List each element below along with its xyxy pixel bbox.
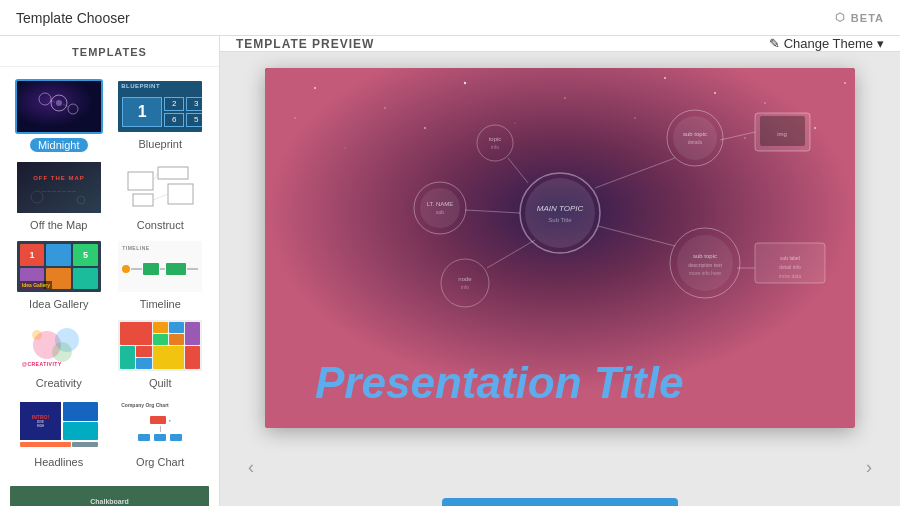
svg-point-37 <box>294 117 296 119</box>
svg-point-30 <box>664 77 666 79</box>
svg-text:sub: sub <box>436 209 444 215</box>
slide-preview: MAIN TOPIC Sub Title sub topic details i… <box>265 68 855 428</box>
template-label-midnight: Midnight <box>30 138 88 152</box>
template-label-construct: Construct <box>137 219 184 231</box>
template-label-blueprint: Blueprint <box>139 138 182 150</box>
app-header: Template Chooser ⬡ BETA <box>0 0 900 36</box>
svg-point-34 <box>424 127 426 129</box>
svg-text:Sub Title: Sub Title <box>548 217 572 223</box>
main-layout: TEMPLATES <box>0 36 900 506</box>
svg-point-23 <box>32 330 42 340</box>
svg-rect-0 <box>17 81 101 132</box>
app-title: Template Chooser <box>16 10 130 26</box>
beta-icon: ⬡ <box>835 11 846 24</box>
template-label-creativity: Creativity <box>36 377 82 389</box>
use-template-button[interactable]: Use this Template <box>442 498 678 506</box>
svg-point-26 <box>314 87 316 89</box>
template-label-quilt: Quilt <box>149 377 172 389</box>
template-item-timeline[interactable]: TIMELINE Timeline <box>110 235 212 314</box>
svg-point-32 <box>814 127 816 129</box>
svg-point-29 <box>564 97 565 98</box>
beta-badge: ⬡ BETA <box>835 11 884 24</box>
svg-text:topic: topic <box>489 136 502 142</box>
svg-rect-12 <box>118 162 202 213</box>
svg-point-38 <box>844 82 846 84</box>
svg-text:node: node <box>458 276 472 282</box>
svg-point-46 <box>673 116 717 160</box>
svg-text:more data: more data <box>779 273 802 279</box>
svg-point-55 <box>420 188 460 228</box>
change-theme-button[interactable]: ✎ Change Theme ▾ <box>769 36 884 51</box>
template-thumb-blueprint[interactable]: BLUEPRINT 1 2 3 6 5 <box>116 79 204 134</box>
template-thumb-headlines[interactable]: INTRO! DIVE HIGH <box>15 397 103 452</box>
svg-point-28 <box>464 82 466 84</box>
svg-point-35 <box>634 117 635 118</box>
template-grid: Midnight BLUEPRINT 1 2 3 6 5 <box>0 67 219 480</box>
preview-footer: Use this Template <box>220 490 900 506</box>
svg-text:description text: description text <box>688 262 722 268</box>
svg-text:LT. NAME: LT. NAME <box>427 201 454 207</box>
template-preview-area: TEMPLATE PREVIEW ✎ Change Theme ▾ <box>220 36 900 506</box>
svg-text:sub label: sub label <box>780 255 800 261</box>
svg-point-33 <box>344 147 345 148</box>
template-thumb-org-chart[interactable]: Company Org Chart ● <box>116 397 204 452</box>
template-item-headlines[interactable]: INTRO! DIVE HIGH <box>8 393 110 472</box>
svg-text:sub topic: sub topic <box>693 253 717 259</box>
beta-label: BETA <box>851 12 884 24</box>
template-thumb-quilt[interactable] <box>116 318 204 373</box>
svg-text:Presentation Title: Presentation Title <box>315 358 683 407</box>
template-thumb-timeline[interactable]: TIMELINE <box>116 239 204 294</box>
template-item-midnight[interactable]: Midnight <box>8 75 110 156</box>
svg-text:— — — — — — —: — — — — — — — <box>41 188 76 193</box>
template-thumb-construct[interactable] <box>116 160 204 215</box>
template-thumb-offmap[interactable]: OFF THE MAP — — — — — — — <box>15 160 103 215</box>
svg-text:img: img <box>777 131 787 137</box>
svg-point-42 <box>525 178 595 248</box>
template-item-org-chart[interactable]: Company Org Chart ● <box>110 393 212 472</box>
preview-header: TEMPLATE PREVIEW ✎ Change Theme ▾ <box>220 36 900 52</box>
template-label-org-chart: Org Chart <box>136 456 184 468</box>
template-item-construct[interactable]: Construct <box>110 156 212 235</box>
svg-point-40 <box>744 137 746 139</box>
chevron-down-icon: ▾ <box>877 36 884 51</box>
svg-point-31 <box>764 102 766 104</box>
next-slide-button[interactable]: › <box>854 452 884 482</box>
template-label-timeline: Timeline <box>140 298 181 310</box>
template-label-headlines: Headlines <box>34 456 83 468</box>
template-thumb-midnight[interactable] <box>15 79 103 134</box>
svg-point-36 <box>714 92 716 94</box>
svg-text:sub topic: sub topic <box>683 131 707 137</box>
template-label-idea-gallery: Idea Gallery <box>29 298 88 310</box>
slide-preview-container: MAIN TOPIC Sub Title sub topic details i… <box>220 52 900 444</box>
svg-point-22 <box>52 342 72 362</box>
template-item-idea-gallery[interactable]: 1 5 Idea Gallery Idea Gallery <box>8 235 110 314</box>
template-item-chalkboard[interactable]: Chalkboard <box>0 480 219 506</box>
template-item-offmap[interactable]: OFF THE MAP — — — — — — — Off the Map <box>8 156 110 235</box>
svg-text:more info here: more info here <box>689 270 721 276</box>
change-theme-label: Change Theme <box>784 36 873 51</box>
svg-text:detail info: detail info <box>779 264 801 270</box>
svg-text:MAIN TOPIC: MAIN TOPIC <box>537 204 584 213</box>
prev-slide-button[interactable]: ‹ <box>236 452 266 482</box>
svg-text:@CREATIVITY: @CREATIVITY <box>22 361 62 367</box>
template-item-blueprint[interactable]: BLUEPRINT 1 2 3 6 5 Blueprint <box>110 75 212 156</box>
template-item-creativity[interactable]: @CREATIVITY Creativity <box>8 314 110 393</box>
sidebar-section-label: TEMPLATES <box>0 36 219 67</box>
template-thumb-chalkboard[interactable]: Chalkboard <box>8 484 211 506</box>
template-item-quilt[interactable]: Quilt <box>110 314 212 393</box>
svg-text:info: info <box>491 144 499 150</box>
svg-text:details: details <box>688 139 703 145</box>
slide-navigation: ‹ › <box>220 444 900 490</box>
svg-point-4 <box>56 100 62 106</box>
svg-text:OFF THE MAP: OFF THE MAP <box>33 175 85 181</box>
template-thumb-idea-gallery[interactable]: 1 5 Idea Gallery <box>15 239 103 294</box>
svg-text:info: info <box>461 284 469 290</box>
svg-point-27 <box>384 107 386 109</box>
pencil-icon: ✎ <box>769 36 780 51</box>
slide-background: MAIN TOPIC Sub Title sub topic details i… <box>265 68 855 428</box>
svg-point-39 <box>514 122 515 123</box>
template-label-offmap: Off the Map <box>30 219 87 231</box>
template-sidebar: TEMPLATES <box>0 36 220 506</box>
template-thumb-creativity[interactable]: @CREATIVITY <box>15 318 103 373</box>
preview-section-label: TEMPLATE PREVIEW <box>236 37 374 51</box>
